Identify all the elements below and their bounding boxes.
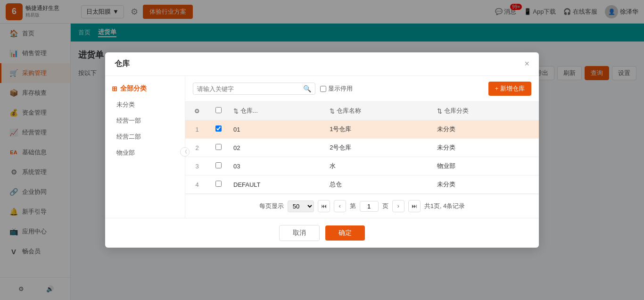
row-index: 3 — [185, 157, 209, 175]
per-page-label: 每页显示 — [259, 202, 284, 210]
table-row[interactable]: 1 01 1号仓库 未分类 — [185, 120, 539, 139]
total-label: 共1页, 4条记录 — [424, 202, 465, 210]
row-code: 02 — [228, 139, 324, 157]
sort-icon: ⇅ — [233, 108, 239, 115]
warehouse-table: ⚙ ⇅ 仓库... — [185, 102, 539, 194]
row-category: 未分类 — [431, 139, 539, 157]
row-checkbox-cell[interactable] — [209, 139, 228, 157]
grid-icon: ⊞ — [112, 85, 117, 92]
modal-sidebar-header-label: 全部分类 — [120, 84, 147, 93]
table-row[interactable]: 2 02 2号仓库 未分类 — [185, 139, 539, 157]
show-disabled-label: 显示停用 — [328, 84, 353, 93]
gear-icon[interactable]: ⚙ — [194, 108, 200, 115]
page-prefix-label: 第 — [350, 202, 356, 210]
row-category: 物业部 — [431, 157, 539, 175]
modal-body: ⊞ 全部分类 未分类 经营一部 经营二部 物业部 《 🔍 — [105, 76, 539, 218]
warehouse-modal: 仓库 × ⊞ 全部分类 未分类 经营一部 经营二部 物业部 《 — [105, 52, 539, 248]
row-code: 03 — [228, 157, 324, 175]
row-checkbox-cell[interactable] — [209, 120, 228, 139]
ok-button[interactable]: 确定 — [325, 225, 365, 241]
modal-category-unclassified[interactable]: 未分类 — [105, 97, 185, 113]
col-name-label: 仓库名称 — [337, 107, 361, 115]
row-checkbox[interactable] — [215, 181, 222, 187]
modal-category-sidebar: ⊞ 全部分类 未分类 经营一部 经营二部 物业部 《 — [105, 76, 185, 218]
modal-sidebar-header[interactable]: ⊞ 全部分类 — [105, 81, 185, 97]
row-category: 未分类 — [431, 175, 539, 194]
search-icon: 🔍 — [303, 85, 311, 92]
modal-close-button[interactable]: × — [524, 59, 529, 69]
table-header-gear: ⚙ — [185, 102, 209, 120]
modal-category-property[interactable]: 物业部 — [105, 145, 185, 161]
select-all-checkbox[interactable] — [215, 107, 222, 113]
row-name: 水 — [324, 157, 431, 175]
table-row[interactable]: 3 03 水 物业部 — [185, 157, 539, 175]
row-checkbox[interactable] — [215, 125, 222, 132]
page-prev-button[interactable]: ‹ — [334, 200, 346, 212]
table-header-name[interactable]: ⇅ 仓库名称 — [324, 102, 431, 120]
table-header-checkbox — [209, 102, 228, 120]
row-name: 总仓 — [324, 175, 431, 194]
page-last-button[interactable]: ⏭ — [408, 200, 421, 212]
show-disabled-toggle[interactable]: 显示停用 — [320, 84, 353, 93]
search-wrap: 🔍 — [193, 83, 315, 95]
modal-category-ops1[interactable]: 经营一部 — [105, 113, 185, 129]
table-row[interactable]: 4 DEFAULT 总仓 未分类 — [185, 175, 539, 194]
page-suffix-label: 页 — [382, 202, 388, 210]
search-input[interactable] — [197, 85, 301, 92]
row-code: 01 — [228, 120, 324, 139]
row-code: DEFAULT — [228, 175, 324, 194]
page-next-button[interactable]: › — [392, 200, 405, 212]
row-name: 1号仓库 — [324, 120, 431, 139]
modal-toolbar: 🔍 显示停用 + 新增仓库 — [185, 76, 539, 102]
row-index: 1 — [185, 120, 209, 139]
modal-title: 仓库 — [115, 59, 130, 69]
row-checkbox[interactable] — [215, 162, 222, 168]
show-disabled-checkbox[interactable] — [320, 86, 326, 92]
sidebar-collapse-button[interactable]: 《 — [180, 147, 190, 157]
modal-overlay: 仓库 × ⊞ 全部分类 未分类 经营一部 经营二部 物业部 《 — [0, 0, 644, 300]
col-category-label: 仓库分类 — [444, 107, 469, 115]
table-header-code[interactable]: ⇅ 仓库... — [228, 102, 324, 120]
add-warehouse-button[interactable]: + 新增仓库 — [488, 82, 531, 96]
row-category: 未分类 — [431, 120, 539, 139]
sort-icon: ⇅ — [330, 108, 335, 115]
modal-main: 🔍 显示停用 + 新增仓库 ⚙ — [185, 76, 539, 218]
per-page-select[interactable]: 50 20 100 — [288, 200, 314, 212]
modal-category-ops2[interactable]: 经营二部 — [105, 129, 185, 145]
row-checkbox-cell[interactable] — [209, 157, 228, 175]
row-name: 2号仓库 — [324, 139, 431, 157]
row-checkbox[interactable] — [215, 144, 222, 150]
page-first-button[interactable]: ⏮ — [318, 200, 330, 212]
row-checkbox-cell[interactable] — [209, 175, 228, 194]
sort-icon: ⇅ — [437, 108, 442, 115]
cancel-button[interactable]: 取消 — [279, 225, 320, 241]
col-code-label: 仓库... — [240, 107, 258, 115]
table-header-category[interactable]: ⇅ 仓库分类 — [431, 102, 539, 120]
row-index: 4 — [185, 175, 209, 194]
modal-header: 仓库 × — [105, 52, 539, 76]
page-input[interactable] — [360, 201, 379, 212]
pagination: 每页显示 50 20 100 ⏮ ‹ 第 页 › ⏭ 共1页, 4条记录 — [185, 194, 539, 218]
modal-footer: 取消 确定 — [105, 218, 539, 248]
